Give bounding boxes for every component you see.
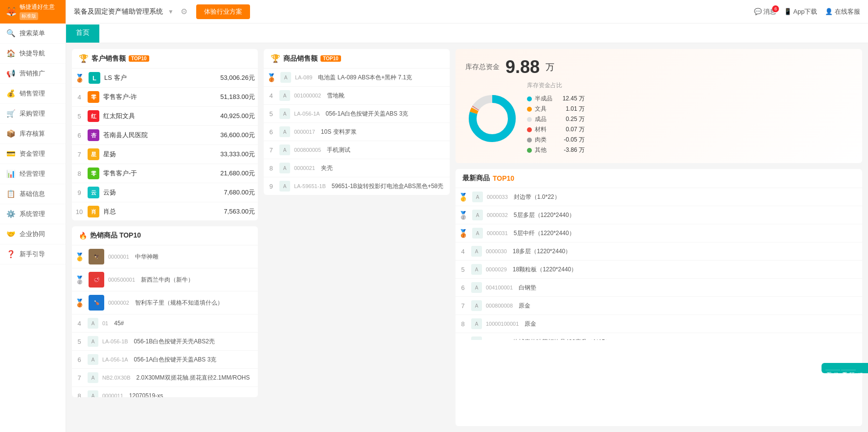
donut-svg [465,92,519,145]
product-code: 0000001 [108,254,129,260]
product-name: 056-1A白色按键开关盖ABS 3克 [134,356,255,364]
customer-amount: 7,563.00元 [211,207,255,216]
customer-amount: 36,600.00元 [211,131,255,140]
list-item: 🥉 L LS 客户 53,006.26元 [72,69,258,88]
float-service-item[interactable]: 客服热线 [825,366,840,370]
message-badge[interactable]: 💬 消息 6 [754,7,777,16]
product-thumb: A [88,318,98,329]
legend-item: 肉类 -0.05 万 [527,135,585,145]
list-item: 🥉 A 0000031 5层中纤（1220*2440） [456,224,862,242]
list-item: 7 A NB2.0X30B 2.0X30MM双搓花轴.搓花直径2.1MM/ROH… [72,369,258,387]
inventory-card: 库存总资金 9.88 万 [456,49,862,163]
list-item: 5 A 0000029 18颗粒板（1220*2440） [456,261,862,279]
rank-num: 8 [267,165,275,172]
legend-val: 12.45 万 [555,95,585,103]
enterprise-icon: 🤝 [6,229,16,239]
hot-products-title: 🔥 热销商品 TOP10 [72,226,258,245]
online-service[interactable]: 👤 在线客服 [825,7,860,16]
message-icon: 💬 [754,8,762,15]
list-item: 6 A 0000017 10S 变料罗浆 [264,123,450,141]
product-name: 18多层（1220*2440） [513,247,859,256]
rank-num: 6 [267,128,275,136]
legend-dot-semifinished [527,96,532,101]
product-code: 000500001 [108,277,135,283]
app-icon: 📱 [784,8,792,15]
product-name: 中华神雕 [135,253,255,261]
float-community-item[interactable]: 服务社区 [841,366,856,370]
new-products-top10: TOP10 [493,174,514,182]
sidebar-item-inventory[interactable]: 📦 库存核算 [0,124,66,144]
tab-home[interactable]: 首页 [66,24,99,43]
sidebar-item-operations[interactable]: 📊 经营管理 [0,164,66,184]
legend-dot-other [527,148,532,153]
legend-val: 1.01 万 [555,105,585,113]
rank-num: 4 [267,92,275,99]
float-service-btn[interactable]: 客服热线 服务社区 直播 [822,363,868,373]
settings-icon[interactable]: ⚙ [181,7,187,16]
search-icon: 🔍 [6,28,16,38]
product-name: 白钢垫 [519,284,859,292]
legend-val: -3.86 万 [555,146,585,154]
nav-finance-label: 资金管理 [20,149,45,158]
product-thumb: 🍗 [89,295,104,311]
search-menu[interactable]: 🔍 搜索菜单 [0,24,66,44]
product-code: 0000031 [487,230,508,236]
system-title: 装备及固定资产辅助管理系统 [74,7,163,16]
legend-item: 半成品 12.45 万 [527,94,585,104]
sidebar-item-enterprise[interactable]: 🤝 企业协同 [0,224,66,244]
inventory-icon: 📦 [6,129,16,139]
purchase-icon: 🛒 [6,109,16,119]
medal-silver: 🥈 [75,275,85,285]
trophy-icon: 🏆 [271,54,280,63]
sidebar-item-marketing[interactable]: 📢 营销推广 [0,64,66,84]
product-name: 手机测试 [327,146,447,154]
product-name: 原金 [525,320,859,328]
list-item: 6 杏 苍南县人民医院 36,600.00元 [72,126,258,145]
sidebar-item-quicknav[interactable]: 🏠 快捷导航 [0,44,66,64]
sidebar-item-purchase[interactable]: 🛒 采购管理 [0,104,66,124]
customer-amount: 33,333.00元 [211,150,255,159]
donut-chart [465,92,519,145]
inventory-subtitle: 库存资金占比 [527,81,585,90]
product-thumb: A [471,264,482,275]
customer-name: 肖总 [103,207,207,216]
rank-num: 6 [458,284,467,291]
legend-label: 成品 [535,115,552,123]
customer-ranking-list: 🥉 L LS 客户 53,006.26元 4 零 零售客户-许 51,183.0… [72,69,258,220]
top10-badge-products: TOP10 [320,55,341,62]
logo-icon: 🦊 [6,6,17,17]
product-thumb: 🥩 [89,272,104,288]
rank-num: 5 [267,110,275,118]
rank-num: 4 [458,248,467,255]
medal-bronze: 🥉 [75,298,85,308]
nav-sales-label: 销售管理 [20,89,45,98]
sidebar-item-basic[interactable]: 📋 基础信息 [0,184,66,204]
sidebar-item-sales[interactable]: 💰 销售管理 [0,84,66,104]
operations-icon: 📊 [6,169,16,179]
product-thumb: 🦅 [89,249,104,264]
medal-bronze: 🥉 [458,229,468,238]
sidebar-item-guide[interactable]: ❓ 新手引导 [0,244,66,264]
list-item: 4 A 01 45# [72,314,258,333]
product-code: LA-056-1A [294,111,320,117]
sidebar-item-finance[interactable]: 💳 资金管理 [0,144,66,164]
finance-icon: 💳 [6,149,16,159]
product-name: 12070519-xs [129,392,255,397]
float-live-item[interactable]: 直播 [857,366,864,370]
list-item: 8 A 10000100001 原金 [456,315,862,333]
legend-label: 其他 [535,146,552,154]
sidebar-item-system[interactable]: ⚙️ 系统管理 [0,204,66,224]
list-item: 🥇 🦅 0000001 中华神雕 [72,245,258,268]
trial-button[interactable]: 体验行业方案 [196,4,250,19]
list-item: 5 A LA-056-1A 056-1A白色按键开关盖ABS 3克 [264,105,450,123]
product-thumb: A [88,354,98,365]
product-code: 10000100001 [486,321,519,327]
rank-num: 4 [75,94,84,101]
hot-products-panel: 🔥 热销商品 TOP10 🥇 🦅 0000001 中华神雕 🥈 🥩 [72,226,258,397]
online-service-label: 在线客服 [835,8,860,15]
dropdown-arrow[interactable]: ▼ [168,8,174,15]
nav-quicknav-label: 快捷导航 [20,49,45,58]
app-download[interactable]: 📱 App下载 [784,7,817,16]
product-name: 18颗粒板（1220*2440） [513,265,859,274]
rank-num: 5 [75,113,84,120]
